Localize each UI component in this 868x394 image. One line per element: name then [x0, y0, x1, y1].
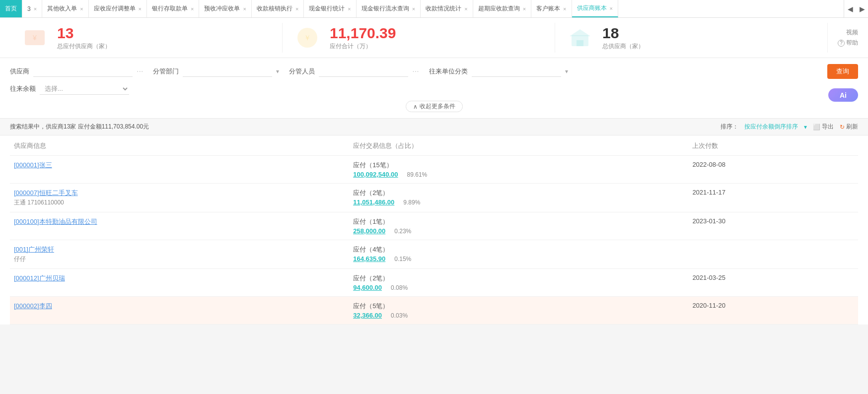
filter-dept-input[interactable] — [183, 66, 272, 77]
cell-supplier-2: [000100]本特勤油品有限公司 — [10, 212, 349, 240]
nav-tab-other-income-close[interactable]: × — [80, 6, 83, 12]
nav-tab-supplier[interactable]: 供应商账本 × — [572, 0, 618, 17]
nav-tab-collection[interactable]: 收款核销执行 × — [252, 0, 304, 17]
results-summary-text: 搜索结果中，供应商13家 应付金额111,703,854.00元 — [10, 123, 149, 131]
sort-value[interactable]: 按应付余额倒序排序 — [744, 123, 798, 131]
col-last-pay: 上次付数 — [688, 135, 858, 156]
nav-tab-prepay-label: 预收冲应收单 — [204, 4, 240, 13]
filter-dept-label: 分管部门 — [153, 67, 179, 76]
nav-tab-overdue-label: 超期应收款查询 — [478, 4, 520, 13]
tx-amount-3[interactable]: 164,635.90 — [353, 255, 385, 263]
ai-badge[interactable]: Ai — [828, 88, 858, 102]
nav-tab-bank-close[interactable]: × — [191, 6, 194, 12]
nav-tab-customer-label: 客户账本 — [536, 4, 560, 13]
query-button[interactable]: 查询 — [827, 64, 858, 79]
nav-tab-adjustment-close[interactable]: × — [139, 6, 142, 12]
cell-tx-2: 应付（1笔）258,000.000.23% — [349, 212, 688, 240]
nav-prev-button[interactable]: ◀ — [844, 0, 856, 18]
cell-date-5: 2020-11-20 — [688, 297, 858, 325]
filter-balance: 往来余额 选择... — [10, 83, 129, 95]
col-tx-info: 应付交易信息（占比） — [349, 135, 688, 156]
filter-dept-chevron[interactable]: ▾ — [276, 68, 279, 75]
nav-tab-cash-flow-close[interactable]: × — [412, 6, 415, 12]
export-icon: ⬜ — [813, 124, 820, 131]
nav-tab-bank[interactable]: 银行存取款单 × — [147, 0, 199, 17]
table-header: 供应商信息 应付交易信息（占比） 上次付数 — [10, 135, 858, 156]
total-icon: ￥ — [292, 23, 322, 53]
filter-balance-select[interactable]: 选择... — [40, 83, 129, 95]
nav-tab-customer-close[interactable]: × — [563, 6, 566, 12]
tx-row-0: 100,092,540.0089.61% — [353, 170, 684, 178]
filter-supplier: 供应商 ··· — [10, 66, 143, 77]
nav-tab-3-close[interactable]: × — [34, 6, 37, 12]
tx-pct-0: 89.61% — [407, 171, 428, 178]
sort-chevron-icon[interactable]: ▾ — [804, 124, 807, 131]
cell-date-1: 2021-11-17 — [688, 184, 858, 212]
filter-supplier-dots[interactable]: ··· — [137, 67, 143, 76]
filter-person-dots[interactable]: ··· — [412, 67, 419, 76]
nav-tab-cash-stat[interactable]: 现金银行统计 × — [304, 0, 356, 17]
tx-amount-4[interactable]: 94,600.00 — [353, 284, 382, 291]
tx-row-4: 94,600.000.08% — [353, 283, 684, 291]
cell-date-3 — [688, 240, 858, 269]
supplier-link-5[interactable]: [000002]李四 — [14, 302, 52, 310]
help-link[interactable]: ? 帮助 — [838, 39, 858, 47]
nav-tab-cash-stat-label: 现金银行统计 — [309, 4, 345, 13]
nav-tab-3[interactable]: 3 × — [22, 0, 42, 17]
nav-next-button[interactable]: ▶ — [856, 0, 868, 18]
nav-tab-bank-label: 银行存取款单 — [152, 4, 188, 13]
help-icon: ? — [838, 40, 845, 47]
nav-tab-collect-stat-close[interactable]: × — [464, 6, 467, 12]
filter-person-label: 分管人员 — [289, 67, 315, 76]
sort-label: 排序： — [721, 123, 738, 131]
tx-amount-5[interactable]: 32,366.00 — [353, 312, 382, 319]
supplier-link-3[interactable]: [001]广州荣轩 — [14, 246, 54, 253]
nav-tab-prepay-close[interactable]: × — [243, 6, 246, 12]
nav-tab-collection-close[interactable]: × — [295, 6, 298, 12]
summary-text-payable: 13 总应付供应商（家） — [57, 25, 272, 51]
nav-tab-cash-flow[interactable]: 现金银行流水查询 × — [357, 0, 421, 17]
nav-tab-prepay[interactable]: 预收冲应收单 × — [199, 0, 251, 17]
nav-tab-customer[interactable]: 客户账本 × — [531, 0, 572, 17]
summary-text-total: 11,170.39 应付合计（万） — [330, 25, 545, 51]
table-row: [000100]本特勤油品有限公司应付（1笔）258,000.000.23%20… — [10, 212, 858, 240]
tx-amount-0[interactable]: 100,092,540.00 — [353, 171, 398, 178]
tx-amount-2[interactable]: 258,000.00 — [353, 227, 385, 235]
payable-icon: ¥ — [20, 23, 50, 53]
nav-tab-adjustment[interactable]: 应收应付调整单 × — [89, 0, 147, 17]
results-actions: 排序： 按应付余额倒序排序 ▾ ⬜ 导出 ↻ 刷新 — [721, 123, 858, 131]
cell-date-2: 2023-01-30 — [688, 212, 858, 240]
nav-tab-overdue-close[interactable]: × — [523, 6, 526, 12]
nav-tab-other-income[interactable]: 其他收入单 × — [42, 0, 88, 17]
refresh-button[interactable]: ↻ 刷新 — [840, 123, 858, 131]
nav-tab-overdue[interactable]: 超期应收款查询 × — [473, 0, 531, 17]
supplier-link-1[interactable]: [000007]恒旺二手叉车 — [14, 189, 78, 197]
nav-tab-home-label: 首页 — [5, 4, 17, 13]
collapse-button[interactable]: ∧ 收起更多条件 — [406, 101, 463, 112]
filter-supplier-input[interactable] — [33, 66, 133, 77]
export-button[interactable]: ⬜ 导出 — [813, 123, 834, 131]
cell-supplier-5: [000002]李四 — [10, 297, 349, 325]
tx-pct-2: 0.23% — [394, 228, 411, 235]
summary-bar: ¥ 13 总应付供应商（家） ￥ 11,170.39 应付合计（万） — [0, 18, 868, 58]
filter-category-chevron[interactable]: ▾ — [565, 68, 568, 75]
supplier-link-2[interactable]: [000100]本特勤油品有限公司 — [14, 218, 97, 225]
table-body: [000001]张三应付（15笔）100,092,540.0089.61%202… — [10, 156, 858, 325]
video-link[interactable]: 视频 — [846, 28, 858, 37]
tx-amount-1[interactable]: 11,051,486.00 — [353, 198, 394, 206]
top-nav: 首页 3 × 其他收入单 × 应收应付调整单 × 银行存取款单 × 预收冲应收单… — [0, 0, 868, 18]
nav-tab-collect-stat[interactable]: 收款情况统计 × — [421, 0, 473, 17]
nav-tab-supplier-close[interactable]: × — [610, 5, 613, 11]
filter-category-input[interactable] — [472, 66, 561, 77]
filter-person-input[interactable] — [319, 66, 408, 77]
nav-tab-other-income-label: 其他收入单 — [47, 4, 77, 13]
nav-tab-cash-stat-close[interactable]: × — [348, 6, 351, 12]
tx-row-5: 32,366.000.03% — [353, 311, 684, 319]
supplier-link-0[interactable]: [000001]张三 — [14, 161, 52, 169]
filter-balance-label: 往来余额 — [10, 84, 36, 93]
tx-pct-4: 0.08% — [391, 284, 408, 291]
cell-supplier-3: [001]广州荣轩仔仔 — [10, 240, 349, 269]
nav-tab-home[interactable]: 首页 — [0, 0, 22, 17]
tx-label-3: 应付（4笔） — [353, 246, 389, 253]
supplier-link-4[interactable]: [000012]广州贝瑞 — [14, 274, 65, 282]
